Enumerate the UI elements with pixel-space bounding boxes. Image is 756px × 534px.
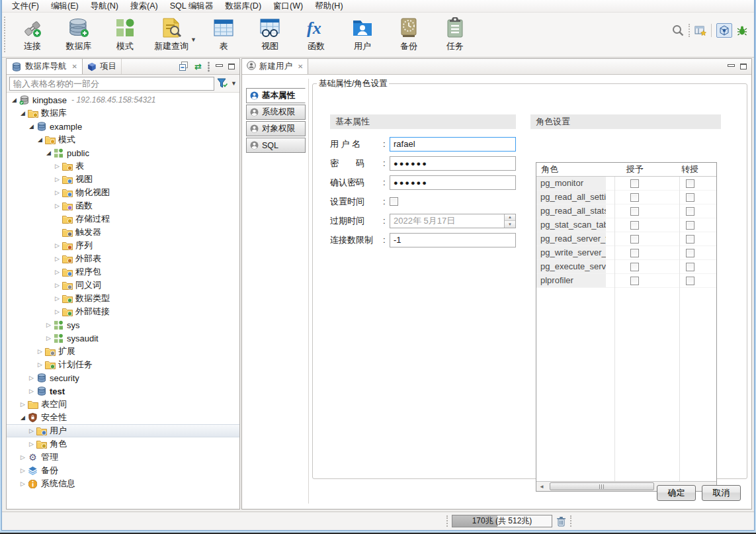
grant-checkbox[interactable]	[630, 193, 639, 202]
role-row-pg_write_server_fil[interactable]: pg_write_server_fil	[536, 246, 716, 260]
tree-item-security[interactable]: 安全性	[7, 411, 239, 424]
close-icon[interactable]: ✕	[298, 63, 303, 70]
grant-checkbox[interactable]	[630, 249, 639, 257]
expander-icon[interactable]	[19, 451, 27, 464]
spinner-down-icon[interactable]: ▼	[505, 221, 515, 228]
tree-item-system-info[interactable]: 系统信息	[7, 477, 239, 490]
dropdown-caret-icon[interactable]: ▼	[190, 36, 196, 43]
expander-icon[interactable]	[53, 292, 62, 305]
side-tab-system-privs[interactable]: 系统权限	[246, 105, 306, 120]
toolbar-icon-debug-perspective[interactable]	[737, 25, 747, 36]
password-field[interactable]: ●●●●●●	[390, 156, 516, 171]
tab-database-navigator[interactable]: 数据库导航✕	[7, 59, 83, 74]
garbage-collect-icon[interactable]	[556, 516, 566, 527]
role-row-pg_execute_server[interactable]: pg_execute_server	[536, 260, 716, 274]
toolbar-drag-handle[interactable]	[4, 17, 8, 52]
role-row-pg_stat_scan_table[interactable]: pg_stat_scan_table	[536, 218, 716, 232]
toolbar-button-table[interactable]: 表	[200, 16, 247, 54]
tree-item-backup[interactable]: 备份	[7, 464, 239, 477]
toolbar-button-connect[interactable]: 连接	[9, 16, 56, 54]
scroll-left-icon[interactable]: ◄	[536, 482, 547, 491]
role-row-pg_monitor[interactable]: pg_monitor	[536, 177, 716, 191]
expander-icon[interactable]	[53, 305, 62, 318]
expander-icon[interactable]	[53, 186, 62, 199]
tree-item-test-db[interactable]: test	[7, 384, 239, 398]
regrant-checkbox[interactable]	[686, 207, 694, 216]
menu-item-navigate[interactable]: 导航(N)	[85, 0, 124, 13]
toolbar-button-schema[interactable]: 模式	[102, 16, 148, 54]
menu-item-help[interactable]: 帮助(H)	[309, 0, 349, 13]
expander-icon[interactable]	[19, 107, 27, 120]
toolbar-button-new-query[interactable]: 新建查询	[148, 16, 194, 54]
grant-checkbox[interactable]	[630, 207, 639, 216]
tree-item-synonyms[interactable]: 同义词	[7, 279, 239, 292]
tree-item-example[interactable]: example	[7, 120, 239, 133]
table-filter-input[interactable]	[9, 77, 214, 91]
view-menu-icon[interactable]	[207, 62, 210, 72]
tree-item-tables[interactable]: 表	[7, 159, 239, 173]
username-field[interactable]: rafael	[390, 137, 516, 152]
expander-icon[interactable]	[44, 318, 53, 332]
tree-item-materialized-views[interactable]: 物化视图	[7, 186, 239, 199]
heap-status-gauge[interactable]: 170兆 (共 512兆)	[452, 515, 552, 527]
menu-item-search[interactable]: 搜索(A)	[124, 0, 164, 13]
grant-checkbox[interactable]	[630, 235, 639, 244]
tree-item-triggers[interactable]: 触发器	[7, 226, 239, 239]
link-editor-icon[interactable]: ⇄	[194, 62, 202, 71]
tree-item-procedures[interactable]: 存储过程	[7, 212, 239, 226]
expander-icon[interactable]	[27, 120, 36, 133]
tree-item-db-links[interactable]: 外部链接	[7, 305, 239, 318]
toolbar-button-function[interactable]: fx函数	[293, 16, 339, 54]
roles-column-header-2[interactable]: 转授	[663, 163, 716, 176]
tree-item-security-db[interactable]: security	[7, 371, 239, 384]
filter-dropdown-icon[interactable]: ▼	[231, 80, 237, 87]
ok-button[interactable]: 确定	[657, 485, 696, 501]
collapse-all-icon[interactable]	[179, 62, 189, 71]
maximize-icon[interactable]	[228, 64, 235, 69]
tree-item-users[interactable]: 用户	[7, 424, 239, 437]
tree-item-sysaudit[interactable]: sysaudit	[7, 332, 239, 345]
expander-icon[interactable]	[53, 279, 62, 292]
roles-column-header-0[interactable]: 角色	[536, 163, 606, 176]
tree-item-sequences[interactable]: 序列	[7, 239, 239, 252]
grant-checkbox[interactable]	[630, 221, 639, 230]
expire-time-field[interactable]: 2022年 5月17日▲▼	[390, 214, 516, 228]
side-tab-basic-props[interactable]: 基本属性	[246, 88, 306, 103]
menu-item-window[interactable]: 窗口(W)	[267, 0, 309, 13]
expander-icon[interactable]	[36, 345, 44, 358]
grant-checkbox[interactable]	[630, 263, 639, 271]
tree-item-tablespaces[interactable]: 表空间	[7, 398, 239, 411]
regrant-checkbox[interactable]	[686, 193, 694, 202]
side-tab-object-privs[interactable]: 对象权限	[246, 121, 306, 136]
connection-limit-field[interactable]: -1	[390, 233, 516, 247]
tab-new-user[interactable]: 新建用户 ✕	[242, 59, 308, 74]
tree-item-administration[interactable]: ⚙管理	[7, 451, 239, 464]
tree-item-functions[interactable]: 函数	[7, 199, 239, 212]
expander-icon[interactable]	[53, 159, 62, 173]
tree-item-schemas[interactable]: 模式	[7, 133, 239, 146]
toolbar-button-database[interactable]: 数据库	[56, 16, 102, 54]
regrant-checkbox[interactable]	[686, 249, 694, 257]
expander-icon[interactable]	[53, 199, 62, 212]
toolbar-icon-new-perspective[interactable]	[694, 25, 706, 36]
menu-item-sql-editor[interactable]: SQL 编辑器	[164, 0, 220, 13]
expander-icon[interactable]	[53, 252, 62, 265]
role-row-plprofiler[interactable]: plprofiler	[536, 274, 716, 288]
expander-icon[interactable]	[53, 239, 62, 252]
tree-item-public[interactable]: public	[7, 146, 239, 159]
expander-icon[interactable]	[19, 464, 27, 477]
regrant-checkbox[interactable]	[686, 221, 694, 230]
regrant-checkbox[interactable]	[686, 179, 694, 188]
tree-item-foreign-tables[interactable]: 外部表	[7, 252, 239, 265]
expander-icon[interactable]	[27, 371, 36, 384]
toolbar-button-user[interactable]: 用户	[339, 16, 386, 54]
tree-item-databases[interactable]: 数据库	[7, 107, 239, 120]
tree-item-packages[interactable]: 程序包	[7, 265, 239, 279]
regrant-checkbox[interactable]	[686, 277, 694, 285]
toolbar-button-backup[interactable]: 备份	[386, 16, 432, 54]
regrant-checkbox[interactable]	[686, 263, 694, 271]
toolbar-button-view[interactable]: 视图	[247, 16, 293, 54]
expander-icon[interactable]	[19, 477, 27, 490]
tree-item-extensions[interactable]: 扩展	[7, 345, 239, 358]
scrollbar-thumb[interactable]	[550, 482, 654, 490]
